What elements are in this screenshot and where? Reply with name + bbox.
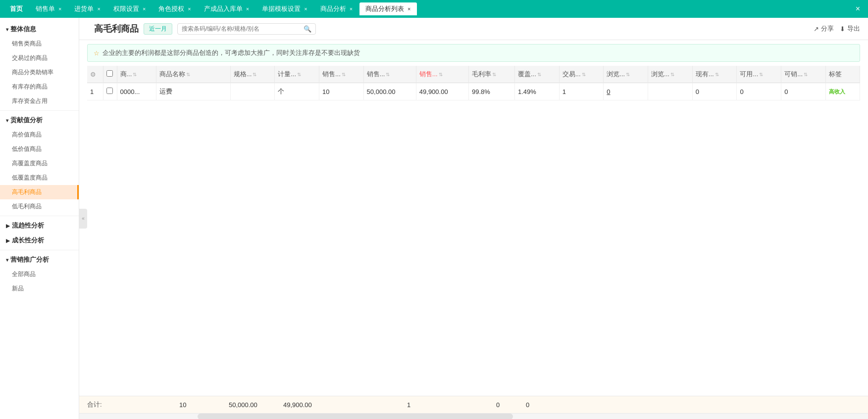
close-tab-purchase[interactable]: × <box>97 6 100 12</box>
nav-tab-analysis-list[interactable]: 商品分析列表 × <box>359 2 416 15</box>
sort-icon-available[interactable]: ⇅ <box>759 72 763 77</box>
sidebar-group-trend[interactable]: ▶ 流趋性分析 <box>0 218 79 233</box>
sidebar-item-sales-goods[interactable]: 销售类商品 <box>0 37 79 51</box>
search-input[interactable] <box>182 25 304 32</box>
nav-tab-purchase[interactable]: 进货单 × <box>68 2 106 15</box>
sidebar-item-low-coverage[interactable]: 低覆盖度商品 <box>0 171 79 185</box>
sidebar-divider-3 <box>0 250 79 250</box>
arrow-icon: ▾ <box>6 27 8 32</box>
sidebar-item-low-value[interactable]: 低价值商品 <box>0 142 79 156</box>
row-checkbox[interactable] <box>106 88 113 94</box>
footer-current: 0 <box>493 401 523 409</box>
sort-icon-saleable[interactable]: ⇅ <box>804 72 808 77</box>
cell-gross-rate: 99.8% <box>469 83 515 100</box>
col-checkbox <box>103 66 117 83</box>
col-trade: 交易... ⇅ <box>559 66 604 83</box>
sort-icon-spec[interactable]: ⇅ <box>253 72 256 77</box>
arrow-icon-3: ▶ <box>6 223 10 229</box>
search-icon[interactable]: 🔍 <box>304 25 311 33</box>
col-current: 现有... ⇅ <box>692 66 737 83</box>
sidebar-item-in-stock[interactable]: 有库存的商品 <box>0 80 79 94</box>
sort-icon-coverage[interactable]: ⇅ <box>537 72 541 77</box>
horizontal-scrollbar[interactable] <box>79 413 868 419</box>
sidebar-item-stock-capital[interactable]: 库存资金占用 <box>0 94 79 108</box>
cell-sales-amount: 50,000.00 <box>363 83 416 100</box>
col-coverage: 覆盖... ⇅ <box>514 66 559 83</box>
sort-icon-sales-qty[interactable]: ⇅ <box>342 72 346 77</box>
footer-sales-cost: 49,900.00 <box>280 401 335 409</box>
filter-recent-month-button[interactable]: 近一月 <box>144 23 172 35</box>
cell-view2 <box>648 83 693 100</box>
top-navigation: 首页 销售单 × 进货单 × 权限设置 × 角色授权 × 产成品入库单 × 单据… <box>0 0 868 18</box>
sort-icon-current[interactable]: ⇅ <box>715 72 719 77</box>
cell-trade: 1 <box>559 83 604 100</box>
close-tab-analysis-list[interactable]: × <box>408 6 410 12</box>
nav-tab-home[interactable]: 首页 <box>4 2 29 15</box>
sort-icon-sales-cost[interactable]: ⇅ <box>439 72 443 77</box>
cell-coverage: 1.49% <box>514 83 559 100</box>
sidebar-item-high-margin[interactable]: 高毛利商品 <box>0 185 79 199</box>
sidebar-item-traded-goods[interactable]: 交易过的商品 <box>0 51 79 65</box>
col-code: 商... ⇅ <box>117 66 156 83</box>
footer-coverage <box>369 401 404 409</box>
footer-view1 <box>434 401 463 409</box>
sidebar-item-low-margin[interactable]: 低毛利商品 <box>0 199 79 214</box>
sidebar-item-high-coverage[interactable]: 高覆盖度商品 <box>0 156 79 171</box>
close-tab-template[interactable]: × <box>304 6 307 12</box>
sort-icon-view1[interactable]: ⇅ <box>626 72 630 77</box>
share-icon: ↗ <box>814 25 819 33</box>
cell-checkbox <box>103 83 117 100</box>
close-all-tabs[interactable]: × <box>852 4 864 13</box>
sidebar-group-contribution[interactable]: ▾ 贡献值分析 <box>0 113 79 128</box>
sort-icon-name[interactable]: ⇅ <box>186 72 190 77</box>
sidebar-item-all-goods[interactable]: 全部商品 <box>0 267 79 281</box>
sidebar-collapse-button[interactable]: « <box>79 209 87 229</box>
footer-gross-rate <box>335 401 369 409</box>
sort-icon-sales-amount[interactable]: ⇅ <box>386 72 390 77</box>
sidebar-item-high-value[interactable]: 高价值商品 <box>0 128 79 142</box>
footer-trade: 1 <box>404 401 434 409</box>
sidebar-group-marketing[interactable]: ▾ 营销推广分析 <box>0 252 79 267</box>
select-all-checkbox[interactable] <box>106 70 113 77</box>
sort-icon-view2[interactable]: ⇅ <box>670 72 674 77</box>
table-header-row: ⚙ 商... ⇅ <box>87 66 860 83</box>
col-tag: 标签 <box>825 66 860 83</box>
sidebar-item-new-goods[interactable]: 新品 <box>0 281 79 296</box>
nav-tab-analysis[interactable]: 商品分析 × <box>314 2 358 15</box>
col-available: 可用... ⇅ <box>737 66 781 83</box>
close-tab-role[interactable]: × <box>188 6 191 12</box>
col-gear: ⚙ <box>87 66 103 83</box>
close-tab-stock-in[interactable]: × <box>246 6 249 12</box>
col-name: 商品名称 ⇅ <box>156 66 230 83</box>
cell-available: 0 <box>737 83 781 100</box>
nav-tab-role[interactable]: 角色授权 × <box>153 2 197 15</box>
cell-unit: 个 <box>275 83 319 100</box>
sidebar-group-growth[interactable]: ▶ 成长性分析 <box>0 233 79 248</box>
footer-sales-qty: 10 <box>176 401 226 409</box>
close-tab-sales[interactable]: × <box>58 6 61 12</box>
close-tab-analysis[interactable]: × <box>350 6 353 12</box>
arrow-icon-2: ▾ <box>6 118 8 123</box>
table-container: ⚙ 商... ⇅ <box>79 66 868 396</box>
nav-tab-stock-in[interactable]: 产成品入库单 × <box>198 2 255 15</box>
export-button[interactable]: ⬇ 导出 <box>840 24 860 33</box>
sort-icon-code[interactable]: ⇅ <box>133 72 137 77</box>
close-tab-permission[interactable]: × <box>143 6 146 12</box>
sidebar-group-overall[interactable]: ▾ 整体信息 <box>0 22 79 37</box>
cell-saleable: 0 <box>781 83 826 100</box>
export-icon: ⬇ <box>840 25 845 33</box>
settings-icon[interactable]: ⚙ <box>90 71 96 78</box>
page-title: 高毛利商品 <box>94 23 139 35</box>
cell-view1[interactable]: 0 <box>604 83 648 100</box>
footer-cells: 10 50,000.00 49,900.00 1 0 0 <box>176 401 860 409</box>
cell-spec <box>230 83 275 100</box>
sort-icon-gross-rate[interactable]: ⇅ <box>492 72 496 77</box>
cell-index: 1 <box>87 83 103 100</box>
nav-tab-template[interactable]: 单据模板设置 × <box>256 2 313 15</box>
sort-icon-trade[interactable]: ⇅ <box>582 72 586 77</box>
share-button[interactable]: ↗ 分享 <box>814 24 834 33</box>
sidebar-item-category-sales-rate[interactable]: 商品分类助销率 <box>0 65 79 80</box>
nav-tab-permission[interactable]: 权限设置 × <box>107 2 152 15</box>
nav-tab-sales[interactable]: 销售单 × <box>30 2 67 15</box>
sort-icon-unit[interactable]: ⇅ <box>297 72 301 77</box>
